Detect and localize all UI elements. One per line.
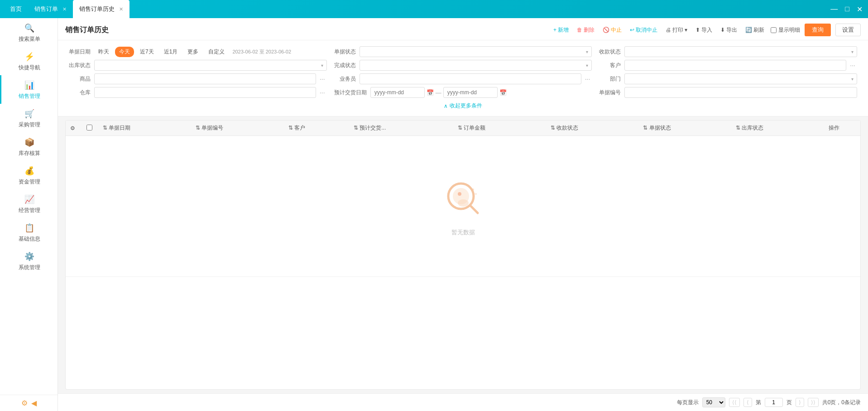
collapse-row[interactable]: ∧ 收起更多条件 [65,100,861,111]
import-icon: ⬆ [695,27,700,33]
dept-select[interactable] [624,73,857,84]
page-size-select[interactable]: 20 50 100 200 [702,397,725,407]
th-order-amount[interactable]: ⇅ 订单金额 [453,121,546,136]
query-button[interactable]: 查询 [805,24,831,36]
expected-date-from[interactable] [370,87,425,98]
th-payment-status[interactable]: ⇅ 收款状态 [546,121,639,136]
tab-home-label: 首页 [10,5,22,13]
salesperson-input[interactable] [360,73,581,84]
th-order-amount-label: ⇅ 订单金额 [458,125,485,131]
customer-more-icon[interactable]: ··· [848,62,857,69]
order-no-label: 单据编号 [599,89,624,97]
warehouse-more-icon[interactable]: ··· [318,89,327,96]
customer-input[interactable] [624,60,846,71]
outbound-status-select[interactable] [94,60,327,71]
dept-control [624,73,857,84]
refresh-label: 刷新 [753,26,764,34]
tab-sales-order-close[interactable]: ✕ [62,6,67,12]
th-expected-delivery[interactable]: ⇅ 预计交货... [349,121,453,136]
svg-point-6 [475,193,477,195]
order-no-input[interactable] [624,87,857,98]
import-button[interactable]: ⬆ 导入 [694,25,714,35]
sidebar-item-finance[interactable]: 💰 资金管理 [0,161,58,189]
expected-date-to[interactable] [443,87,498,98]
sidebar-item-basic-info[interactable]: 📋 基础信息 [0,218,58,247]
outbound-status-label: 出库状态 [69,62,94,69]
th-outbound-status[interactable]: ⇅ 出库状态 [731,121,824,136]
sidebar-item-sales[interactable]: 📊 销售管理 [0,75,58,104]
date-label: 单据日期 [69,48,94,56]
select-all-checkbox[interactable] [86,125,92,131]
sidebar-item-purchase[interactable]: 🛒 采购管理 [0,104,58,132]
add-label: 新增 [558,26,569,34]
tab-sales-order-history[interactable]: 销售订单历史 ✕ [73,0,129,18]
filter-cell-dept: 部门 [595,72,861,86]
top-minimize-button[interactable]: — [829,3,839,15]
empty-text: 暂无数据 [451,228,475,237]
cancel-stop-label: 取消中止 [636,26,657,34]
page-first-button[interactable]: ⟨⟨ [729,398,740,407]
print-button[interactable]: 🖨 打印 ▾ [664,25,689,35]
empty-state-row: 暂无数据 [66,136,860,277]
date-tab-more[interactable]: 更多 [183,47,202,57]
show-detail-checkbox[interactable] [771,27,777,33]
sidebar-item-quick-nav[interactable]: ⚡ 快捷导航 [0,47,58,75]
svg-line-2 [470,205,478,213]
page-number-input[interactable] [765,398,783,407]
salesperson-more-icon[interactable]: ··· [583,75,592,82]
add-button[interactable]: + 新增 [551,25,571,35]
total-text: 共0页，0条记录 [822,399,861,406]
goods-control: ··· [94,73,327,84]
goods-input[interactable] [94,73,316,84]
inventory-icon: 📦 [24,137,35,148]
top-maximize-button[interactable]: □ [843,3,851,15]
export-button[interactable]: ⬇ 导出 [719,25,739,35]
sidebar-item-system[interactable]: ⚙️ 系统管理 [0,247,58,275]
th-order-status[interactable]: ⇅ 单据状态 [638,121,731,136]
sidebar-settings-button[interactable]: ⚙ [21,399,28,407]
sidebar-collapse-button[interactable]: ◀ [31,399,37,407]
page-prev-button[interactable]: ⟨ [743,398,752,407]
sidebar-item-search[interactable]: 🔍 搜索菜单 [0,18,58,47]
date-tab-today[interactable]: 今天 [115,47,134,57]
warehouse-input[interactable] [94,87,316,98]
collapse-up-icon: ∧ [444,103,448,109]
export-icon: ⬇ [720,27,725,33]
page-number-label: 第 [756,399,761,406]
tab-home[interactable]: 首页 [4,0,28,18]
payment-status-select[interactable] [624,46,857,57]
sidebar-item-operations[interactable]: 📈 经营管理 [0,189,58,218]
settings-button[interactable]: 设置 [835,24,861,36]
th-customer[interactable]: ⇅ 客户 [284,121,349,136]
page-next-button[interactable]: ⟩ [796,398,804,407]
cancel-stop-icon: ↩ [630,27,634,33]
date-tab-custom[interactable]: 自定义 [204,47,229,57]
th-date[interactable]: ⇅ 单据日期 [98,121,191,136]
tab-sales-order-history-close[interactable]: ✕ [119,6,123,12]
refresh-icon: 🔄 [745,27,752,33]
cancel-stop-button[interactable]: ↩ 取消中止 [628,25,659,35]
table-area: ⚙ ⇅ 单据日期 ⇅ 单据编号 ⇅ 客户 [65,120,861,390]
filter-cell-order-no: 单据编号 [595,86,861,99]
date-range-text: 2023-06-02 至 2023-06-02 [232,48,291,55]
stop-button[interactable]: 🚫 中止 [601,25,623,35]
refresh-button[interactable]: 🔄 刷新 [743,25,766,35]
delete-button[interactable]: 🗑 删除 [575,25,596,35]
top-close-button[interactable]: ✕ [855,3,864,15]
sidebar-item-inventory[interactable]: 📦 库存核算 [0,132,58,161]
date-tab-7days[interactable]: 近7天 [136,47,158,57]
svg-point-4 [458,199,469,207]
table-header-row: ⚙ ⇅ 单据日期 ⇅ 单据编号 ⇅ 客户 [66,121,860,136]
tab-sales-order[interactable]: 销售订单 ✕ [28,0,73,18]
complete-status-select[interactable] [360,60,592,71]
order-status-select[interactable] [360,46,592,57]
show-detail-label[interactable]: 显示明细 [771,26,800,34]
page-last-button[interactable]: ⟩⟩ [808,398,819,407]
date-calendar-icon-2[interactable]: 📅 [499,89,507,96]
date-tab-yesterday[interactable]: 昨天 [94,47,113,57]
th-settings[interactable]: ⚙ [66,121,82,136]
date-tab-1month[interactable]: 近1月 [160,47,182,57]
th-order-no[interactable]: ⇅ 单据编号 [191,121,284,136]
date-calendar-icon-1[interactable]: 📅 [427,89,434,96]
goods-more-icon[interactable]: ··· [318,75,327,82]
